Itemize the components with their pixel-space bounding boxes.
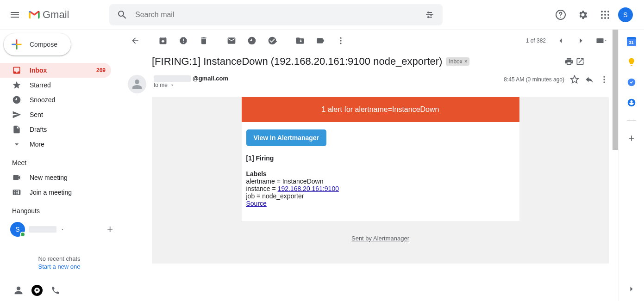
- account-avatar[interactable]: S: [618, 7, 633, 22]
- svg-point-2: [427, 16, 429, 18]
- join-meeting-label: Join a meeting: [30, 189, 72, 196]
- inbox-label: Inbox: [30, 67, 47, 74]
- recipient-dropdown[interactable]: to me: [154, 82, 504, 88]
- drafts-icon: [12, 125, 21, 134]
- apps-icon[interactable]: [596, 6, 614, 24]
- search-bar[interactable]: [109, 4, 443, 25]
- alert-banner: 1 alert for alertname=InstanceDown: [242, 97, 519, 122]
- labels-button[interactable]: [311, 31, 330, 50]
- spam-button[interactable]: [174, 31, 193, 50]
- dropdown-icon[interactable]: [60, 227, 65, 232]
- add-to-tasks-button[interactable]: [263, 31, 281, 50]
- phone-tab-icon[interactable]: [46, 281, 65, 300]
- sidebar-item-inbox[interactable]: Inbox 269: [0, 63, 111, 78]
- hangouts-tab-icon[interactable]: [31, 285, 43, 296]
- input-tools-button[interactable]: [592, 31, 611, 50]
- print-button[interactable]: [564, 57, 574, 66]
- contacts-addon-icon[interactable]: [627, 98, 636, 107]
- sidebar-item-snoozed[interactable]: Snoozed: [0, 92, 111, 107]
- clock-icon: [12, 95, 21, 104]
- chevron-down-icon: [12, 140, 21, 149]
- search-input[interactable]: [131, 11, 420, 19]
- rightbar-divider: [627, 120, 636, 121]
- contacts-tab-icon[interactable]: [9, 281, 28, 300]
- svg-point-1: [430, 14, 432, 16]
- sidebar-item-starred[interactable]: Starred: [0, 78, 111, 92]
- inbox-label-chip[interactable]: Inbox ×: [446, 57, 469, 66]
- email-timestamp: 8:45 AM (0 minutes ago): [504, 76, 564, 83]
- more-label: More: [30, 141, 44, 148]
- sidebar-item-drafts[interactable]: Drafts: [0, 122, 111, 137]
- inbox-count: 269: [96, 67, 106, 74]
- presence-indicator: [20, 232, 25, 237]
- new-chat-button[interactable]: +: [107, 223, 113, 235]
- chip-text: Inbox: [449, 58, 462, 65]
- gmail-logo[interactable]: Gmail: [26, 8, 109, 21]
- label-job: job = node_exporter: [246, 192, 304, 200]
- star-message-button[interactable]: [570, 75, 579, 84]
- meet-section-label: Meet: [0, 152, 119, 170]
- svg-point-6: [604, 11, 606, 12]
- sent-by-link[interactable]: Sent by Alertmanager: [351, 235, 409, 242]
- svg-point-7: [607, 11, 609, 12]
- more-actions-button[interactable]: [331, 31, 350, 50]
- delete-button[interactable]: [194, 31, 213, 50]
- svg-point-13: [607, 17, 609, 19]
- sidebar-item-sent[interactable]: Sent: [0, 107, 111, 122]
- main-menu-button[interactable]: [4, 4, 26, 26]
- snooze-button[interactable]: [243, 31, 261, 50]
- labels-header: Labels: [246, 170, 267, 178]
- hangouts-section-label: Hangouts: [0, 200, 119, 218]
- scrollbar[interactable]: [613, 30, 618, 301]
- svg-point-5: [601, 11, 603, 12]
- hangouts-username: [29, 226, 56, 233]
- instance-link[interactable]: 192.168.20.161:9100: [278, 185, 339, 192]
- keep-addon-icon[interactable]: [627, 57, 636, 67]
- settings-icon[interactable]: [574, 6, 592, 24]
- search-icon[interactable]: [113, 6, 131, 24]
- join-meeting-button[interactable]: Join a meeting: [0, 185, 119, 200]
- keyboard-icon: [12, 188, 21, 197]
- new-meeting-label: New meeting: [30, 174, 68, 181]
- hangouts-avatar[interactable]: S: [10, 222, 25, 237]
- new-meeting-button[interactable]: New meeting: [0, 170, 119, 185]
- svg-point-11: [601, 17, 603, 19]
- mark-unread-button[interactable]: [222, 31, 241, 50]
- inbox-icon: [12, 66, 21, 75]
- archive-button[interactable]: [154, 31, 172, 50]
- calendar-addon-icon[interactable]: 31: [627, 37, 636, 46]
- older-button[interactable]: [572, 31, 590, 50]
- tasks-addon-icon[interactable]: [627, 78, 636, 87]
- email-subject: [FIRING:1] InstanceDown (192.168.20.161:…: [152, 55, 442, 68]
- sender-name-redacted: [154, 75, 191, 82]
- view-alertmanager-button[interactable]: View In Alertmanager: [246, 129, 327, 146]
- get-addons-button[interactable]: [627, 134, 636, 143]
- compose-button[interactable]: Compose: [4, 33, 71, 55]
- remove-label-icon[interactable]: ×: [463, 58, 469, 65]
- email-body: 1 alert for alertname=InstanceDown View …: [152, 97, 609, 264]
- hangouts-initial: S: [15, 226, 19, 233]
- sidebar-item-more[interactable]: More: [0, 137, 111, 152]
- source-link[interactable]: Source: [246, 200, 267, 207]
- hide-side-panel-button[interactable]: [627, 284, 636, 294]
- search-options-icon[interactable]: [420, 6, 439, 24]
- start-chat-link[interactable]: Start a new one: [0, 263, 119, 270]
- reply-button[interactable]: [585, 75, 594, 84]
- svg-point-15: [340, 40, 341, 41]
- help-icon[interactable]: [551, 6, 570, 24]
- message-more-button[interactable]: [600, 75, 609, 84]
- svg-point-12: [604, 17, 606, 19]
- drafts-label: Drafts: [30, 126, 47, 133]
- sender-email: @gmail.com: [193, 75, 228, 82]
- move-to-button[interactable]: [291, 31, 309, 50]
- svg-point-8: [601, 14, 603, 16]
- snoozed-label: Snoozed: [30, 96, 55, 104]
- svg-point-20: [603, 81, 605, 83]
- back-button[interactable]: [126, 31, 144, 50]
- newer-button[interactable]: [551, 31, 570, 50]
- no-chats-text: No recent chats: [38, 255, 80, 262]
- open-new-window-button[interactable]: [575, 57, 585, 66]
- to-text: to me: [154, 82, 168, 88]
- firing-header: [1] Firing: [246, 154, 274, 162]
- svg-point-10: [607, 14, 609, 16]
